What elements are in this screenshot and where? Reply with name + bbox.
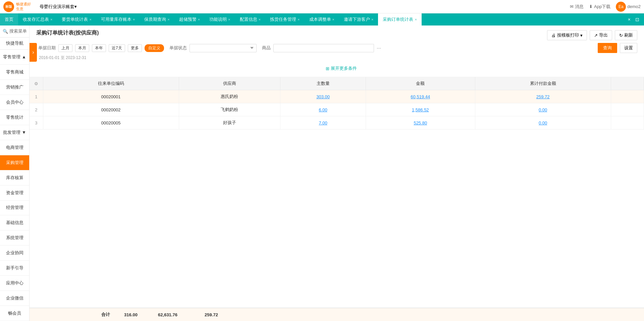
sidebar-item-pifahg[interactable]: 批发管理 ▼ bbox=[0, 125, 29, 140]
tab-yaoqing[interactable]: 邀请下游客户 × bbox=[339, 13, 378, 25]
tab-gongneng-close[interactable]: × bbox=[228, 17, 230, 21]
expand-more-row: ⊞ 展开更多条件 bbox=[38, 63, 644, 74]
cell-extra-1 bbox=[611, 103, 644, 116]
sidebar-item-qiyewx[interactable]: 企业微信 bbox=[0, 291, 29, 306]
tab-peizhi[interactable]: 配置信息 × bbox=[235, 13, 265, 25]
username: demo2 bbox=[627, 4, 641, 9]
date-btn-this-month[interactable]: 本月 bbox=[75, 44, 89, 52]
tab-caigou-active[interactable]: 采购订单统计表 × bbox=[378, 13, 421, 25]
sidebar-item-yingxiao[interactable]: 营销推广 bbox=[0, 80, 29, 95]
sidebar-shortcut[interactable]: 快捷导航 bbox=[0, 38, 29, 50]
query-button[interactable]: 查询 bbox=[598, 43, 617, 53]
tab-yaohuo-close[interactable]: × bbox=[89, 17, 91, 21]
table-container: ⚙ 往来单位编码 供应商 主数量 金额 累计付款金额 1 00020001 惠氏… bbox=[30, 77, 644, 308]
sidebar-item-changhui[interactable]: 畅会员 bbox=[0, 306, 29, 321]
goods-input[interactable] bbox=[273, 44, 374, 52]
tab-yaohuo[interactable]: 要货单统计表 × bbox=[57, 13, 96, 25]
sidebar-item-jichu[interactable]: 基础信息 bbox=[0, 215, 29, 230]
chevron-down-icon: ▲ bbox=[22, 54, 26, 59]
tab-shoufacun-label: 收发存汇总表 bbox=[23, 16, 49, 22]
cell-paid-0[interactable]: 259.72 bbox=[475, 90, 611, 103]
sidebar-item-caigou[interactable]: 采购管理 bbox=[0, 155, 29, 170]
sidebar-item-lingshougly[interactable]: 零售管理 ▲ bbox=[0, 50, 29, 65]
tab-chaochu[interactable]: 超储预警 × bbox=[174, 13, 205, 25]
tab-keyong[interactable]: 可用量库存账本 × bbox=[96, 13, 140, 25]
col-settings-icon[interactable]: ⚙ bbox=[34, 81, 38, 86]
data-table: ⚙ 往来单位编码 供应商 主数量 金额 累计付款金额 1 00020001 惠氏… bbox=[30, 77, 644, 129]
tab-chengben-close[interactable]: × bbox=[332, 17, 334, 21]
tab-gongneng[interactable]: 功能说明 × bbox=[205, 13, 235, 25]
workspace-selector[interactable]: 母婴行业演示账套 ▾ bbox=[33, 4, 570, 10]
tab-chengben-label: 成本调整单 bbox=[309, 16, 331, 22]
date-btn-this-year[interactable]: 本年 bbox=[92, 44, 106, 52]
sidebar-item-lingshoutj[interactable]: 零售统计 bbox=[0, 110, 29, 125]
refresh-button[interactable]: ↻ 刷新 bbox=[615, 30, 637, 40]
app-download-button[interactable]: ⬇ App下载 bbox=[589, 4, 610, 10]
sidebar-item-lingshoutj-label: 零售统计 bbox=[6, 114, 23, 120]
sidebar-search[interactable]: 🔍 搜索菜单 bbox=[0, 25, 29, 38]
goods-more-icon[interactable]: ⋯ bbox=[377, 46, 381, 51]
cell-supplier-0: 惠氏奶粉 bbox=[179, 90, 280, 103]
sidebar-item-kucun[interactable]: 库存核算 bbox=[0, 170, 29, 185]
logo-area: 标版 畅捷通好生意 bbox=[3, 1, 33, 12]
tab-keyong-close[interactable]: × bbox=[133, 17, 135, 21]
message-button[interactable]: ✉ 消息 bbox=[570, 4, 584, 10]
sidebar-item-yingyong[interactable]: 应用中心 bbox=[0, 276, 29, 291]
user-profile[interactable]: Ea demo2 bbox=[616, 2, 641, 12]
tab-shoufacun[interactable]: 收发存汇总表 × bbox=[18, 13, 57, 25]
sidebar-item-xinshou[interactable]: 新手引导 bbox=[0, 261, 29, 276]
cell-amount-0[interactable]: 60,519.44 bbox=[366, 90, 475, 103]
sidebar-item-dianshang-label: 电商管理 bbox=[6, 145, 23, 151]
date-btn-more[interactable]: 更多 bbox=[128, 44, 142, 52]
tab-jianhuo[interactable]: 拣货任务管理 × bbox=[265, 13, 304, 25]
nav-close-btn[interactable]: × bbox=[626, 17, 633, 22]
tab-baozhi-close[interactable]: × bbox=[167, 17, 169, 21]
sidebar-item-qiye[interactable]: 企业协同 bbox=[0, 246, 29, 261]
sidebar-item-huiyuan[interactable]: 会员中心 bbox=[0, 95, 29, 110]
tab-chaochu-label: 超储预警 bbox=[179, 16, 197, 22]
export-button[interactable]: ↗ 导出 bbox=[590, 30, 612, 40]
query-label: 查询 bbox=[603, 45, 612, 50]
sidebar-search-label: 搜索菜单 bbox=[9, 28, 27, 34]
tab-shoufacun-close[interactable]: × bbox=[50, 17, 52, 21]
nav-maximize-btn[interactable]: ⊡ bbox=[633, 17, 641, 22]
tab-chaochu-close[interactable]: × bbox=[198, 17, 200, 21]
tab-baozhi[interactable]: 保质期查询 × bbox=[140, 13, 174, 25]
tab-chengben[interactable]: 成本调整单 × bbox=[305, 13, 339, 25]
tab-home[interactable]: 首页 bbox=[0, 13, 18, 25]
cell-code-2: 00020005 bbox=[43, 116, 179, 129]
status-label: 单据状态 bbox=[169, 45, 187, 51]
tab-peizhi-close[interactable]: × bbox=[259, 17, 261, 21]
page-title: 采购订单统计表(按供应商) bbox=[36, 30, 99, 37]
sidebar-item-qiye-label: 企业协同 bbox=[6, 250, 23, 256]
status-select[interactable] bbox=[190, 44, 257, 52]
cell-paid-1[interactable]: 0.00 bbox=[475, 103, 611, 116]
cell-quantity-1[interactable]: 6.00 bbox=[280, 103, 366, 116]
filter-expand-side-btn[interactable]: › bbox=[30, 43, 37, 62]
logo-abbr-text: 标版 bbox=[5, 4, 12, 9]
tab-caigou-close[interactable]: × bbox=[415, 17, 417, 21]
expand-more-button[interactable]: ⊞ 展开更多条件 bbox=[326, 64, 357, 73]
cell-quantity-0[interactable]: 303.00 bbox=[280, 90, 366, 103]
custom-label: 自定义 bbox=[148, 46, 160, 50]
settings-button[interactable]: 设置 bbox=[620, 43, 637, 53]
tab-yaoqing-close[interactable]: × bbox=[371, 17, 373, 21]
sidebar-item-xitong[interactable]: 系统管理 bbox=[0, 230, 29, 246]
refresh-label: 刷新 bbox=[624, 32, 633, 38]
date-btn-last-month[interactable]: 上月 bbox=[58, 44, 72, 52]
sidebar-item-zijin-label: 资金管理 bbox=[6, 190, 23, 196]
cell-paid-2[interactable]: 0.00 bbox=[475, 116, 611, 129]
sidebar-item-zijin[interactable]: 资金管理 bbox=[0, 185, 29, 201]
sidebar-item-jingying[interactable]: 经营管理 bbox=[0, 201, 29, 216]
sidebar-item-lingshoucheng[interactable]: 零售商城 bbox=[0, 65, 29, 80]
date-btn-7days[interactable]: 近7天 bbox=[109, 44, 125, 52]
cell-quantity-2[interactable]: 7.00 bbox=[280, 116, 366, 129]
cell-extra-2 bbox=[611, 116, 644, 129]
page-top-actions: 🖨 按模板打印 ▾ ↗ 导出 ↻ 刷新 bbox=[547, 30, 637, 40]
sidebar-item-dianshang[interactable]: 电商管理 bbox=[0, 140, 29, 155]
date-btn-custom[interactable]: 自定义 bbox=[145, 44, 164, 52]
cell-amount-1[interactable]: 1,586.52 bbox=[366, 103, 475, 116]
tab-jianhuo-close[interactable]: × bbox=[298, 17, 300, 21]
print-button[interactable]: 🖨 按模板打印 ▾ bbox=[547, 30, 587, 40]
cell-amount-2[interactable]: 525.80 bbox=[366, 116, 475, 129]
